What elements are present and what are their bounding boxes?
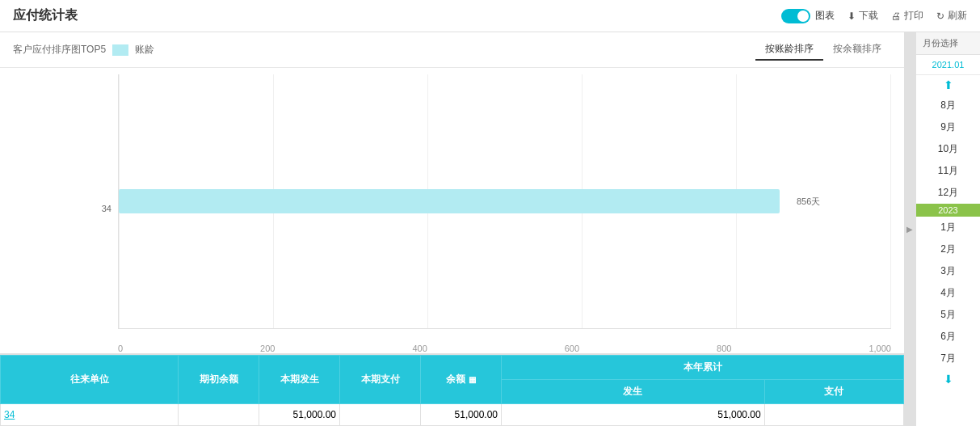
chart-section: 客户应付排序图TOP5 账龄 按账龄排序 按余额排序 <box>0 32 904 353</box>
sidebar-up-button[interactable]: ⬆ <box>916 75 980 95</box>
chevron-up-icon: ⬆ <box>944 78 953 91</box>
chart-toggle-switch[interactable] <box>781 9 810 23</box>
balance-icon: ▦ <box>469 375 476 384</box>
download-label: 下载 <box>859 9 878 23</box>
chart-toggle-label: 图表 <box>815 9 835 23</box>
sidebar-month-8[interactable]: 8月 <box>916 95 980 116</box>
sidebar-month-10[interactable]: 10月 <box>916 138 980 160</box>
sidebar-year-badge: 2023 <box>916 204 980 217</box>
table-wrapper: 往来单位 期初余额 本期发生 本期支付 余额 ▦ 本年累计 <box>0 355 904 426</box>
chart-header: 客户应付排序图TOP5 账龄 按账龄排序 按余额排序 <box>0 32 904 68</box>
cell-opening <box>179 404 259 426</box>
cell-ytd-pay <box>764 404 903 426</box>
table-row: 34 51,000.00 51,000.00 51,000.00 <box>1 404 904 426</box>
bar-34-label: 856天 <box>797 196 820 208</box>
sidebar-month-12[interactable]: 12月 <box>916 182 980 204</box>
sidebar-month-2[interactable]: 2月 <box>916 238 980 260</box>
col-occurrence-header: 本期发生 <box>259 356 340 404</box>
print-icon: 🖨 <box>891 11 901 22</box>
col-ytd-pay-header: 支付 <box>764 380 903 404</box>
cell-occurrence: 51,000.00 <box>259 404 340 426</box>
sort-tab-balance[interactable]: 按余额排序 <box>823 39 891 61</box>
sort-tab-age[interactable]: 按账龄排序 <box>755 39 823 61</box>
legend-color-box <box>112 44 128 56</box>
sidebar-header: 月份选择 <box>916 32 980 55</box>
col-ytd-occur-header: 发生 <box>502 380 765 404</box>
x-tick-400: 400 <box>412 344 427 353</box>
header-actions: 图表 ⬇ 下载 🖨 打印 ↻ 刷新 <box>781 9 967 23</box>
chart-plot: 34 <box>13 74 891 329</box>
print-button[interactable]: 🖨 打印 <box>891 9 923 23</box>
cell-unit: 34 <box>1 404 179 426</box>
col-balance-header: 余额 ▦ <box>421 356 502 404</box>
right-sidebar: 月份选择 2021.01 ⬆ 8月 9月 10月 11月 12月 2023 1月… <box>915 32 980 426</box>
x-axis: 0 200 400 600 800 1,000 <box>118 340 891 353</box>
y-axis: 34 <box>13 74 118 329</box>
sidebar-month-9[interactable]: 9月 <box>916 116 980 138</box>
sidebar-current-date[interactable]: 2021.01 <box>916 55 980 75</box>
chart-body: 34 <box>0 68 904 353</box>
triangle-right-icon: ▶ <box>906 225 913 234</box>
sidebar-month-4[interactable]: 4月 <box>916 282 980 304</box>
refresh-icon: ↻ <box>936 11 944 22</box>
bar-34: 856天 <box>119 189 780 213</box>
cell-payment <box>340 404 421 426</box>
download-button[interactable]: ⬇ 下载 <box>848 9 878 23</box>
sidebar-divider[interactable]: ▶ <box>904 32 915 426</box>
app-header: 应付统计表 图表 ⬇ 下载 🖨 打印 ↻ 刷新 <box>0 0 980 32</box>
chevron-down-icon: ⬇ <box>944 373 953 386</box>
refresh-button[interactable]: ↻ 刷新 <box>936 9 967 23</box>
col-payment-header: 本期支付 <box>340 356 421 404</box>
cell-ytd-occur: 51,000.00 <box>502 404 765 426</box>
x-tick-0: 0 <box>118 344 123 353</box>
page-title: 应付统计表 <box>13 7 78 24</box>
plot-area: 856天 <box>118 74 891 329</box>
col-opening-header: 期初余额 <box>179 356 259 404</box>
chart-inner: 34 <box>13 74 891 353</box>
chart-legend-title: 客户应付排序图TOP5 <box>13 43 106 57</box>
col-ytd-header: 本年累计 <box>502 356 904 380</box>
y-label-34: 34 <box>102 204 111 213</box>
sidebar-month-7[interactable]: 7月 <box>916 348 980 369</box>
chart-sort-tabs: 按账龄排序 按余额排序 <box>755 39 891 61</box>
x-tick-1000: 1,000 <box>869 344 891 353</box>
sidebar-month-11[interactable]: 11月 <box>916 160 980 182</box>
sidebar-month-1[interactable]: 1月 <box>916 217 980 238</box>
x-tick-800: 800 <box>717 344 731 353</box>
sidebar-header-label: 月份选择 <box>923 37 958 49</box>
unit-link[interactable]: 34 <box>4 409 15 420</box>
chart-toggle-container[interactable]: 图表 <box>781 9 835 23</box>
print-label: 打印 <box>904 9 923 23</box>
sidebar-month-6[interactable]: 6月 <box>916 326 980 348</box>
x-tick-600: 600 <box>565 344 579 353</box>
refresh-label: 刷新 <box>948 9 967 23</box>
download-icon: ⬇ <box>848 11 856 22</box>
chart-legend: 客户应付排序图TOP5 账龄 <box>13 43 154 57</box>
data-table: 往来单位 期初余额 本期发生 本期支付 余额 ▦ 本年累计 <box>0 355 904 426</box>
col-unit-header: 往来单位 <box>1 356 179 404</box>
table-section: 往来单位 期初余额 本期发生 本期支付 余额 ▦ 本年累计 <box>0 353 904 426</box>
x-tick-200: 200 <box>260 344 275 353</box>
chart-legend-item: 账龄 <box>135 43 154 57</box>
sidebar-down-button[interactable]: ⬇ <box>916 369 980 389</box>
sidebar-month-5[interactable]: 5月 <box>916 304 980 326</box>
sidebar-month-3[interactable]: 3月 <box>916 260 980 282</box>
cell-balance: 51,000.00 <box>421 404 502 426</box>
